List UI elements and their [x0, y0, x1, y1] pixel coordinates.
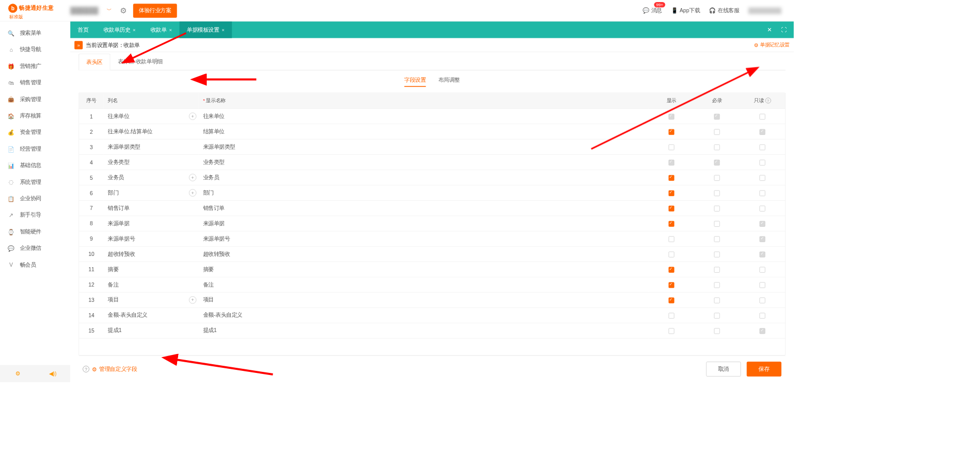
online-cs-link[interactable]: 🎧在线客服 — [709, 7, 739, 14]
checkbox[interactable] — [760, 313, 765, 318]
doc-memory-settings-link[interactable]: ⚙ 单据记忆设置 — [754, 41, 790, 49]
checkbox[interactable] — [714, 145, 720, 150]
close-icon[interactable]: × — [169, 27, 172, 33]
checkbox[interactable] — [760, 129, 765, 135]
checkbox[interactable] — [760, 205, 765, 211]
sidebar-item[interactable]: ◌系统管理 — [0, 174, 70, 190]
checkbox[interactable] — [760, 114, 765, 120]
manage-custom-fields-link[interactable]: ? ⚙ 管理自定义字段 — [83, 365, 137, 373]
messages-link[interactable]: 💬 消息 99+ — [643, 7, 662, 14]
cell-display[interactable]: 备注 — [199, 277, 649, 292]
checkbox[interactable] — [714, 175, 720, 180]
cell-display[interactable]: 金额-表头自定义 — [199, 308, 649, 323]
area-tab[interactable]: 表体区-收款单明细 — [110, 54, 170, 70]
sidebar-item[interactable]: 🔍搜索菜单 — [0, 25, 70, 41]
checkbox[interactable] — [669, 267, 674, 272]
sidebar-item[interactable]: V畅会员 — [0, 256, 70, 273]
plus-icon[interactable]: + — [189, 189, 197, 197]
cell-display[interactable]: 来源单据类型 — [199, 139, 649, 155]
save-button[interactable]: 保存 — [747, 362, 781, 376]
checkbox[interactable] — [760, 221, 765, 226]
checkbox[interactable] — [714, 313, 720, 318]
page-tab[interactable]: 收款单× — [143, 21, 179, 38]
checkbox[interactable] — [669, 328, 674, 334]
help-icon[interactable]: ? — [83, 366, 89, 372]
sidebar-item[interactable]: 📋企业协同 — [0, 191, 70, 207]
sub-tab[interactable]: 字段设置 — [404, 76, 426, 87]
cell-display[interactable]: 部门 — [199, 185, 649, 200]
checkbox[interactable] — [669, 205, 674, 211]
plus-icon[interactable]: + — [189, 296, 197, 304]
checkbox[interactable] — [669, 221, 674, 226]
sidebar-item[interactable]: 🏠库存核算 — [0, 108, 70, 124]
user-menu[interactable] — [748, 7, 781, 14]
checkbox[interactable] — [669, 145, 674, 150]
checkbox[interactable] — [760, 236, 765, 242]
area-tab[interactable]: 表头区 — [79, 54, 110, 70]
checkbox[interactable] — [714, 251, 720, 257]
checkbox[interactable] — [760, 251, 765, 257]
checkbox[interactable] — [760, 267, 765, 272]
checkbox[interactable] — [669, 159, 674, 165]
checkbox[interactable] — [669, 175, 674, 180]
checkbox[interactable] — [714, 114, 720, 120]
app-download-link[interactable]: 📱App下载 — [671, 7, 700, 14]
checkbox[interactable] — [714, 190, 720, 196]
fullscreen-icon[interactable]: ⛶ — [779, 25, 790, 35]
checkbox[interactable] — [714, 267, 720, 272]
company-selector[interactable]: ██████ ﹀ ⚙ — [70, 6, 127, 15]
cell-display[interactable]: 销售订单 — [199, 200, 649, 216]
cancel-button[interactable]: 取消 — [706, 362, 741, 376]
sidebar-item[interactable]: ⌚智能硬件 — [0, 223, 70, 240]
collapse-icon[interactable]: ◀)) — [35, 365, 70, 382]
sidebar-item[interactable]: 👜采购管理 — [0, 91, 70, 107]
sidebar-item[interactable]: ↗新手引导 — [0, 207, 70, 223]
checkbox[interactable] — [760, 175, 765, 180]
checkbox[interactable] — [760, 190, 765, 196]
cell-display[interactable]: 往来单位 — [199, 109, 649, 124]
checkbox[interactable] — [714, 282, 720, 288]
checkbox[interactable] — [714, 205, 720, 211]
close-all-icon[interactable]: ✕ — [764, 25, 775, 35]
checkbox[interactable] — [760, 328, 765, 334]
checkbox[interactable] — [760, 282, 765, 288]
checkbox[interactable] — [669, 114, 674, 120]
sidebar-item[interactable]: 💰资金管理 — [0, 124, 70, 140]
cell-display[interactable]: 摘要 — [199, 262, 649, 277]
checkbox[interactable] — [760, 297, 765, 303]
gear-icon[interactable]: ⚙ — [120, 6, 127, 15]
checkbox[interactable] — [760, 145, 765, 150]
close-icon[interactable]: × — [133, 27, 136, 33]
cell-display[interactable]: 超收转预收 — [199, 246, 649, 262]
sidebar-item[interactable]: 🛍销售管理 — [0, 75, 70, 91]
plus-icon[interactable]: + — [189, 112, 197, 120]
collapse-toggle-icon[interactable]: » — [75, 41, 83, 49]
sub-tab[interactable]: 布局调整 — [438, 76, 460, 87]
checkbox[interactable] — [669, 313, 674, 318]
checkbox[interactable] — [669, 251, 674, 257]
checkbox[interactable] — [669, 236, 674, 242]
sidebar-item[interactable]: ⌂快捷导航 — [0, 41, 70, 58]
cell-display[interactable]: 来源单据号 — [199, 231, 649, 246]
fields-table-wrap[interactable]: 序号 列名 *显示名称 显示 必录 只读? 1往来单位+往来单位2往来单位.结算… — [79, 92, 786, 355]
checkbox[interactable] — [669, 297, 674, 303]
cell-display[interactable]: 业务类型 — [199, 155, 649, 170]
help-icon[interactable]: ? — [765, 98, 771, 103]
cell-display[interactable]: 提成1 — [199, 323, 649, 338]
checkbox[interactable] — [714, 221, 720, 226]
checkbox[interactable] — [714, 328, 720, 334]
checkbox[interactable] — [669, 190, 674, 196]
cell-display[interactable]: 结算单位 — [199, 124, 649, 139]
checkbox[interactable] — [669, 282, 674, 288]
checkbox[interactable] — [760, 159, 765, 165]
page-tab[interactable]: 收款单历史× — [96, 21, 143, 38]
checkbox[interactable] — [714, 297, 720, 303]
cell-display[interactable]: 业务员 — [199, 170, 649, 185]
sidebar-item[interactable]: 💬企业微信 — [0, 240, 70, 256]
industry-solution-button[interactable]: 体验行业方案 — [133, 4, 177, 18]
checkbox[interactable] — [669, 129, 674, 135]
plus-icon[interactable]: + — [189, 174, 197, 181]
sidebar-item[interactable]: 📊基础信息 — [0, 157, 70, 174]
checkbox[interactable] — [714, 236, 720, 242]
close-icon[interactable]: × — [222, 27, 225, 33]
